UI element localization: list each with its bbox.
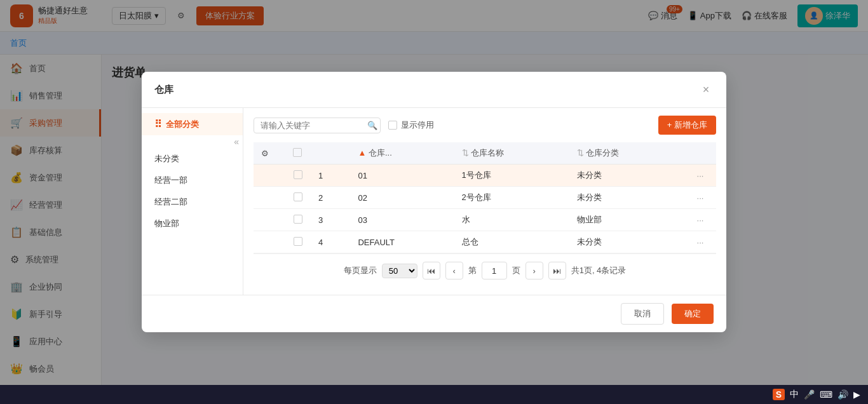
col-header-category: ⇅ 仓库分类 [569,142,684,165]
modal-footer: 取消 确定 [142,295,726,332]
modal-body: ⠿ 全部分类 « 未分类 经营一部 经营二部 物业部 [142,108,726,295]
table-row[interactable]: 1 01 1号仓库 未分类 ··· [254,165,716,187]
row-code: 03 [350,209,454,231]
per-page-select[interactable]: 50 20 100 [382,264,417,278]
table-row[interactable]: 2 02 2号仓库 未分类 ··· [254,187,716,209]
col-header-check[interactable] [285,142,311,165]
row-code: 02 [350,187,454,209]
category-sidebar: ⠿ 全部分类 « 未分类 经营一部 经营二部 物业部 [142,108,243,295]
cat-all-label: 全部分类 [166,119,199,130]
row-more-icon[interactable]: ··· [697,193,704,203]
disabled-checkbox[interactable] [388,121,397,130]
page-prev-btn[interactable]: ‹ [445,262,463,279]
row-num: 3 [311,209,350,231]
cat-item-uncat[interactable]: 未分类 [142,148,243,170]
modal-close-button[interactable]: × [698,82,714,97]
row-checkbox[interactable] [294,192,302,201]
pagination: 每页显示 50 20 100 ⏮ ‹ 第 页 › ⏭ 共1页, 4条记录 [254,253,716,287]
status-s-icon[interactable]: S [773,389,785,400]
row-checkbox-cell[interactable] [285,209,311,231]
row-checkbox-cell[interactable] [285,187,311,209]
row-actions[interactable]: ··· [684,231,716,253]
page-next-btn[interactable]: › [526,262,543,279]
col-header-no: ▲ 仓库... [350,142,454,165]
table-header: ⚙ ▲ 仓库... ⇅ 仓库名称 [254,142,716,165]
page-label: 第 [468,265,477,276]
select-all-checkbox[interactable] [293,148,302,157]
row-name: 总仓 [454,231,569,253]
page-suffix: 页 [512,265,520,276]
row-name: 1号仓库 [454,165,569,187]
page-number-input[interactable] [482,262,507,279]
warehouse-table: ⚙ ▲ 仓库... ⇅ 仓库名称 [254,142,716,253]
search-icon: 🔍 [367,121,377,130]
status-volume-icon[interactable]: 🔊 [837,389,848,400]
row-settings [254,187,285,209]
search-box[interactable]: 🔍 [254,118,381,133]
cancel-button[interactable]: 取消 [621,303,664,325]
cat-label-property: 物业部 [154,219,179,228]
warehouse-modal: 仓库 × ⠿ 全部分类 « 未分类 经营一部 [142,72,726,332]
status-bar: S 中 🎤 ⌨ 🔊 ▶ [0,385,868,404]
modal-header: 仓库 × [142,72,726,108]
row-checkbox-cell[interactable] [285,231,311,253]
row-actions[interactable]: ··· [684,187,716,209]
modal-title: 仓库 [154,84,173,96]
modal-content-area: 🔍 显示停用 + 新增仓库 ⚙ [243,108,726,295]
row-category: 未分类 [569,231,684,253]
row-code: 01 [350,165,454,187]
cat-label-dept1: 经营一部 [154,175,187,185]
row-actions[interactable]: ··· [684,165,716,187]
row-more-icon[interactable]: ··· [697,238,704,247]
row-settings [254,209,285,231]
cat-item-dept1[interactable]: 经营一部 [142,170,243,191]
row-checkbox-cell[interactable] [285,165,311,187]
search-input[interactable] [261,121,367,130]
table-body: 1 01 1号仓库 未分类 ··· 2 02 2号仓库 未分类 ··· 3 03… [254,165,716,253]
add-warehouse-button[interactable]: + 新增仓库 [658,116,716,135]
row-num: 1 [311,165,350,187]
cat-item-all[interactable]: ⠿ 全部分类 [142,113,243,135]
status-lang-icon[interactable]: 中 [790,389,799,400]
show-disabled-checkbox[interactable]: 显示停用 [388,119,434,131]
col-header-rownum [311,142,350,165]
status-play-icon[interactable]: ▶ [853,389,860,400]
row-category: 未分类 [569,165,684,187]
row-name: 水 [454,209,569,231]
row-more-icon[interactable]: ··· [697,171,704,180]
status-mic-icon[interactable]: 🎤 [804,389,815,400]
show-disabled-label: 显示停用 [401,119,434,131]
total-label: 共1页, 4条记录 [571,265,627,276]
row-checkbox[interactable] [294,170,302,179]
cat-label-uncat: 未分类 [154,154,179,163]
table-container: ⚙ ▲ 仓库... ⇅ 仓库名称 [254,142,716,253]
cat-item-dept2[interactable]: 经营二部 [142,191,243,213]
col-header-settings[interactable]: ⚙ [254,142,285,165]
table-row[interactable]: 3 03 水 物业部 ··· [254,209,716,231]
grid-icon: ⠿ [154,118,162,130]
row-category: 物业部 [569,209,684,231]
modal-toolbar: 🔍 显示停用 + 新增仓库 [254,116,716,135]
row-settings [254,231,285,253]
modal-overlay: 仓库 × ⠿ 全部分类 « 未分类 经营一部 [0,0,868,404]
status-keyboard-icon[interactable]: ⌨ [820,389,832,400]
confirm-button[interactable]: 确定 [672,304,714,324]
collapse-icon[interactable]: « [234,137,239,147]
row-settings [254,165,285,187]
row-more-icon[interactable]: ··· [697,215,704,225]
page-last-btn[interactable]: ⏭ [548,262,566,279]
table-row[interactable]: 4 DEFAULT 总仓 未分类 ··· [254,231,716,253]
per-page-label: 每页显示 [344,265,377,276]
page-first-btn[interactable]: ⏮ [423,262,440,279]
col-header-actions [684,142,716,165]
cat-item-property[interactable]: 物业部 [142,213,243,234]
row-checkbox[interactable] [294,215,302,224]
row-code: DEFAULT [350,231,454,253]
row-category: 未分类 [569,187,684,209]
row-actions[interactable]: ··· [684,209,716,231]
row-num: 4 [311,231,350,253]
row-checkbox[interactable] [294,237,302,246]
row-name: 2号仓库 [454,187,569,209]
col-header-name: ⇅ 仓库名称 [454,142,569,165]
cat-label-dept2: 经营二部 [154,197,187,206]
